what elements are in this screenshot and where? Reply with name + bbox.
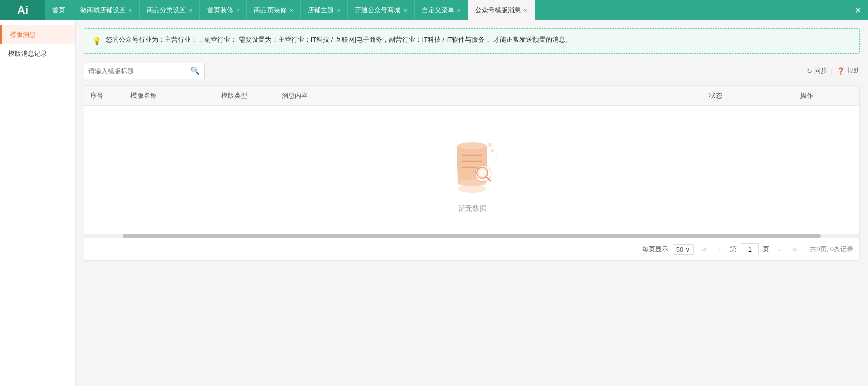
sync-button[interactable]: ↻ 同步	[807, 66, 827, 75]
svg-point-8	[479, 169, 486, 176]
nav-tab-home[interactable]: 首页	[45, 0, 73, 20]
page-size-label: 每页显示	[642, 245, 669, 254]
divider: |	[831, 67, 833, 75]
close-all-tabs-button[interactable]: ✕	[848, 0, 868, 20]
th-type: 模版类型	[215, 91, 276, 100]
nav-tab-shop-settings[interactable]: 微商城店铺设置×	[73, 0, 140, 20]
close-tab-home-decor-icon[interactable]: ×	[236, 7, 239, 13]
top-nav: Ai 首页微商城店铺设置×商品分类设置×首页装修×商品页装修×店铺主题×开通公众…	[0, 0, 868, 20]
main-layout: 模版消息模版消息记录 💡 您的公众号行业为：主营行业：，副营行业： 需要设置为：…	[0, 20, 868, 386]
page-of-label: 第	[730, 245, 737, 254]
sync-icon: ↻	[807, 67, 812, 75]
close-tab-custom-menu-icon[interactable]: ×	[457, 7, 460, 13]
next-page-button[interactable]: ›	[773, 243, 785, 255]
total-info: 共0页, 0条记录	[810, 245, 853, 254]
last-page-button[interactable]: ⊳	[789, 243, 802, 255]
prev-page-button[interactable]: ‹	[714, 243, 726, 255]
search-input-wrap[interactable]: 🔍	[84, 63, 205, 79]
svg-point-10	[491, 149, 494, 152]
first-page-button[interactable]: ⊲	[698, 243, 710, 255]
nav-tab-open-mall[interactable]: 开通公众号商城×	[348, 0, 414, 20]
data-table: 序号模版名称模版类型消息内容状态操作	[84, 85, 860, 261]
th-content: 消息内容	[276, 91, 703, 100]
close-tab-shop-theme-icon[interactable]: ×	[337, 7, 340, 13]
content-area: 💡 您的公众号行业为：主营行业：，副营行业： 需要设置为：主营行业：IT科技 /…	[76, 20, 868, 386]
sidebar: 模版消息模版消息记录	[0, 20, 76, 386]
notice-box: 💡 您的公众号行业为：主营行业：，副营行业： 需要设置为：主营行业：IT科技 /…	[84, 28, 860, 54]
page-size-select[interactable]: 50 ∨	[673, 244, 694, 255]
th-status: 状态	[703, 91, 794, 100]
close-tab-product-decor-icon[interactable]: ×	[290, 7, 293, 13]
pagination-row: 每页显示 50 ∨ ⊲ ‹ 第 页 › ⊳ 共0页, 0条记录	[84, 238, 859, 260]
scrollbar-thumb[interactable]	[123, 234, 821, 238]
search-icon[interactable]: 🔍	[190, 66, 200, 75]
th-action: 操作	[794, 91, 859, 100]
notice-text: 您的公众号行业为：主营行业：，副营行业： 需要设置为：主营行业：IT科技 / 互…	[106, 35, 572, 45]
close-tab-category-settings-icon[interactable]: ×	[189, 7, 192, 13]
nav-tab-template-msg[interactable]: 公众号模版消息×	[468, 0, 535, 20]
help-button[interactable]: ❓ 帮助	[837, 66, 860, 75]
sidebar-item-template-record[interactable]: 模版消息记录	[0, 44, 75, 63]
empty-illustration	[442, 136, 502, 196]
notice-icon: 💡	[92, 35, 102, 47]
page-number-input[interactable]	[741, 243, 759, 255]
sidebar-item-template-message[interactable]: 模版消息	[0, 25, 75, 44]
nav-tab-shop-theme[interactable]: 店铺主题×	[301, 0, 348, 20]
table-header: 序号模版名称模版类型消息内容状态操作	[84, 86, 859, 106]
nav-tab-category-settings[interactable]: 商品分类设置×	[140, 0, 199, 20]
nav-tab-custom-menu[interactable]: 自定义菜单×	[415, 0, 468, 20]
page-unit-label: 页	[763, 245, 769, 254]
svg-point-1	[458, 142, 486, 149]
chevron-down-icon: ∨	[685, 246, 690, 253]
page-size-value: 50	[676, 246, 683, 253]
th-seq: 序号	[84, 91, 124, 100]
svg-point-12	[488, 143, 492, 147]
search-bar-row: 🔍 ↻ 同步 | ❓ 帮助	[84, 63, 860, 79]
search-input[interactable]	[88, 67, 187, 75]
empty-state: 暂无数据	[84, 106, 859, 234]
svg-point-11	[495, 156, 497, 158]
th-name: 模版名称	[124, 91, 215, 100]
right-actions: ↻ 同步 | ❓ 帮助	[807, 66, 860, 75]
close-tab-template-msg-icon[interactable]: ×	[524, 7, 527, 13]
empty-text: 暂无数据	[458, 204, 486, 213]
close-tab-shop-settings-icon[interactable]: ×	[129, 7, 132, 13]
nav-tabs: 首页微商城店铺设置×商品分类设置×首页装修×商品页装修×店铺主题×开通公众号商城…	[45, 0, 848, 20]
scrollbar-track[interactable]	[84, 234, 859, 238]
nav-tab-product-decor[interactable]: 商品页装修×	[247, 0, 300, 20]
close-tab-open-mall-icon[interactable]: ×	[404, 7, 407, 13]
notice-highlight: 需要设置为：主营行业：IT科技 / 互联网|电子商务，副营行业：IT科技 / I…	[239, 36, 492, 43]
help-icon: ❓	[837, 67, 845, 75]
nav-tab-home-decor[interactable]: 首页装修×	[200, 0, 247, 20]
app-logo: Ai	[0, 0, 45, 20]
